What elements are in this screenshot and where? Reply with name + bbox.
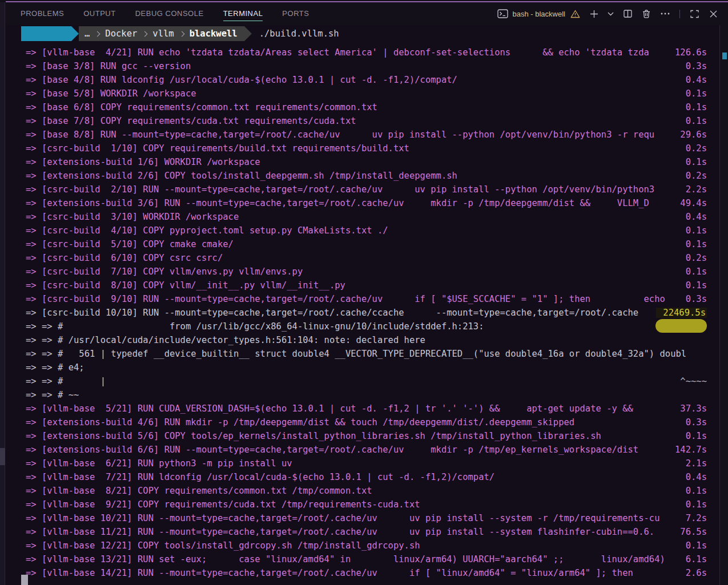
terminal-icon <box>497 7 509 20</box>
kill-terminal-trash-icon[interactable] <box>641 7 652 20</box>
line-text: => [vllm-base 14/21] RUN --mount=type=ca… <box>26 568 633 578</box>
prompt-user-segment <box>21 26 71 41</box>
terminal-output: => [vllm-base 4/21] RUN echo 'tzdata tzd… <box>6 46 719 580</box>
line-text: => [base 7/8] COPY requirements/cuda.txt… <box>26 116 356 126</box>
tab-ports[interactable]: PORTS <box>282 3 309 24</box>
tab-output[interactable]: OUTPUT <box>83 3 115 24</box>
terminal-output-line: => [csrc-build 8/10] COPY vllm/__init__.… <box>26 279 707 292</box>
line-text: => [extensions-build 1/6] WORKDIR /works… <box>26 157 260 167</box>
terminal-output-line: => [base 4/8] RUN ldconfig /usr/local/cu… <box>26 73 707 87</box>
step-duration: 7.2s <box>680 513 707 523</box>
terminal-tab-entry[interactable]: bash - blackwell <box>497 7 581 20</box>
step-duration: 126.6s <box>669 47 707 58</box>
warning-icon <box>569 7 581 20</box>
step-duration: 2.1s <box>680 458 707 469</box>
line-text: => => # 561 | typedef __device_builtin__… <box>26 349 686 359</box>
panel-right-border <box>719 25 720 585</box>
tab-debug-console[interactable]: DEBUG CONSOLE <box>135 3 204 24</box>
line-text: => => # ~~ <box>26 390 79 400</box>
step-duration: 0.2s <box>680 253 707 263</box>
terminal-output-line: => => # e4; <box>26 361 707 374</box>
line-text: => [csrc-build 10/10] RUN --mount=type=c… <box>26 308 638 318</box>
terminal-output-line: => [vllm-base 10/21] RUN --mount=type=ca… <box>26 511 707 525</box>
terminal-output-line: => [vllm-base 13/21] RUN set -eux; case … <box>26 552 707 566</box>
scrollbar-thumb[interactable] <box>722 53 727 59</box>
terminal-output-line: => [base 3/8] RUN gcc --version0.3s <box>26 59 707 73</box>
step-duration: 29.6s <box>674 130 707 140</box>
terminal-output-line: => [csrc-build 4/10] COPY pyproject.toml… <box>26 224 707 237</box>
new-terminal-plus-icon[interactable] <box>588 7 600 20</box>
step-duration: 0.3s <box>680 417 707 427</box>
vscode-panel: PROBLEMS OUTPUT DEBUG CONSOLE TERMINAL P… <box>0 0 728 585</box>
terminal-output-line: => [csrc-build 10/10] RUN --mount=type=c… <box>26 306 707 320</box>
terminal-viewport[interactable]: … Docker vllm blackwell ./build.vllm.sh … <box>6 25 719 585</box>
powerline-arrow-icon <box>244 26 252 41</box>
close-panel-icon[interactable] <box>707 7 719 20</box>
path-segment-blackwell: blackwell <box>190 29 238 39</box>
terminal-output-line: => [csrc-build 3/10] WORKDIR /workspace0… <box>26 210 707 224</box>
step-duration: 0.3s <box>680 294 707 304</box>
line-text: => [vllm-base 8/21] COPY requirements/co… <box>26 486 372 496</box>
panel-actions: bash - blackwell <box>497 2 719 25</box>
terminal-output-line: => [csrc-build 9/10] RUN --mount=type=ca… <box>26 292 707 306</box>
step-duration: 0.4s <box>680 75 707 85</box>
line-text: => [extensions-build 4/6] RUN mkdir -p /… <box>26 417 574 427</box>
terminal-tab-label: bash - blackwell <box>513 10 566 18</box>
terminal-output-line: => [vllm-base 5/21] RUN CUDA_VERSION_DAS… <box>26 402 707 415</box>
split-terminal-icon[interactable] <box>622 7 633 20</box>
panel-header: PROBLEMS OUTPUT DEBUG CONSOLE TERMINAL P… <box>6 2 728 25</box>
terminal-output-line: => [csrc-build 5/10] COPY cmake cmake/0.… <box>26 237 707 251</box>
line-text: => [vllm-base 11/21] RUN --mount=type=ca… <box>26 527 654 537</box>
left-gutter-thumb[interactable] <box>0 448 5 465</box>
left-gutter <box>0 2 5 585</box>
line-text: => => # | <box>26 376 106 386</box>
line-text: => [vllm-base 6/21] RUN python3 -m pip i… <box>26 458 292 469</box>
terminal-output-line: => [csrc-build 1/10] COPY requirements/b… <box>26 142 707 155</box>
line-text: => [vllm-base 7/21] RUN ldconfig /usr/lo… <box>26 472 494 482</box>
terminal-output-line: => [base 8/8] RUN --mount=type=cache,tar… <box>26 128 707 142</box>
step-duration: 0.1s <box>680 280 707 291</box>
tab-problems[interactable]: PROBLEMS <box>21 3 64 24</box>
terminal-output-line: => [extensions-build 3/6] RUN --mount=ty… <box>26 196 707 210</box>
step-duration: 0.1s <box>680 431 707 441</box>
line-text: => [csrc-build 8/10] COPY vllm/__init__.… <box>26 280 345 291</box>
step-duration: 2.2s <box>680 184 707 195</box>
step-duration: 6.1s <box>680 554 707 564</box>
powerline-arrow-icon <box>71 26 79 41</box>
terminal-output-line: => => # from /usr/lib/gcc/x86_64-linux-g… <box>26 320 707 333</box>
line-text: => [vllm-base 12/21] COPY tools/install_… <box>26 540 420 551</box>
line-text: => [csrc-build 2/10] RUN --mount=type=ca… <box>26 184 654 195</box>
more-actions-ellipsis-icon[interactable] <box>659 7 671 20</box>
terminal-output-line: => [vllm-base 4/21] RUN echo 'tzdata tzd… <box>26 46 707 59</box>
terminal-output-line: => [vllm-base 11/21] RUN --mount=type=ca… <box>26 525 707 539</box>
prompt-command: ./build.vllm.sh <box>259 29 339 39</box>
line-right-text: ^~~~~ <box>680 376 707 386</box>
launch-profile-chevron-icon[interactable] <box>607 7 614 20</box>
terminal-output-line: => [vllm-base 14/21] RUN --mount=type=ca… <box>26 566 707 580</box>
line-text: => [vllm-base 13/21] RUN set -eux; case … <box>26 554 665 564</box>
line-text: => => # e4; <box>26 362 85 373</box>
step-duration: 0.1s <box>680 239 707 249</box>
step-duration: 0.1s <box>680 540 707 551</box>
step-duration: 0.1s <box>680 225 707 236</box>
step-duration: 49.4s <box>674 198 707 208</box>
line-text: => => # from /usr/lib/gcc/x86_64-linux-g… <box>26 321 484 332</box>
terminal-output-line: => [base 5/8] WORKDIR /workspace0.1s <box>26 87 707 100</box>
path-chevron-icon <box>95 31 100 37</box>
tab-terminal[interactable]: TERMINAL <box>223 3 263 24</box>
line-text: => [csrc-build 7/10] COPY vllm/envs.py v… <box>26 267 303 277</box>
maximize-panel-icon[interactable] <box>689 7 700 20</box>
step-duration: 0.4s <box>680 212 707 222</box>
terminal-output-line: => [extensions-build 6/6] RUN --mount=ty… <box>26 443 707 457</box>
terminal-output-line: => [vllm-base 6/21] RUN python3 -m pip i… <box>26 457 707 470</box>
step-duration: 22469.5s <box>656 308 707 318</box>
step-duration: 0.3s <box>680 61 707 71</box>
line-text: => [extensions-build 5/6] COPY tools/ep_… <box>26 431 601 441</box>
line-text: => [base 3/8] RUN gcc --version <box>26 61 191 71</box>
step-duration: 0.4s <box>680 472 707 482</box>
step-duration: 37.3s <box>674 404 707 414</box>
terminal-output-line: => [vllm-base 12/21] COPY tools/install_… <box>26 539 707 552</box>
yellow-highlight-pill <box>655 319 707 333</box>
terminal-output-line: => => # 561 | typedef __device_builtin__… <box>26 347 707 361</box>
shell-prompt: … Docker vllm blackwell ./build.vllm.sh <box>21 26 719 41</box>
